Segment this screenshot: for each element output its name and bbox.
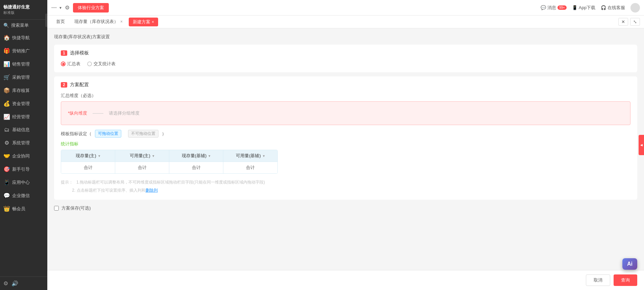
message-badge: 99+: [558, 5, 567, 10]
sidebar-item-purchase[interactable]: 🛒 采购管理: [0, 71, 47, 84]
col-current-main-header[interactable]: 现存量(主) ▾: [61, 150, 115, 162]
expand-btn[interactable]: ⤡: [630, 18, 640, 26]
sidebar-item-cooperation[interactable]: 🤝 企业协同: [0, 149, 47, 163]
query-button[interactable]: 查询: [614, 274, 637, 286]
content-area: 现存量(库存状况表)方案设置 1 选择模板 汇总表 交叉统计表 2: [47, 28, 644, 270]
sidebar-item-finance[interactable]: 💰 资金管理: [0, 97, 47, 110]
topbar-right: 💬 消息 99+ 📱 App下载 🎧 在线客服: [541, 3, 640, 13]
col-available-aux-header[interactable]: 可用量(基辅) ▾: [223, 150, 277, 162]
sidebar-item-operations[interactable]: 📈 经营管理: [0, 110, 47, 123]
close-tab-btn[interactable]: ✕: [618, 18, 628, 26]
right-edge-icon: ◀: [640, 143, 643, 147]
search-menu[interactable]: 🔍 搜索菜单: [0, 20, 47, 31]
topbar-settings-icon[interactable]: ⚙: [65, 4, 70, 11]
col-current-aux-header[interactable]: 现存量(基辅) ▾: [169, 150, 223, 162]
col-current-main-value: 合计: [61, 162, 115, 173]
col-available-main: 可用量(主) ▾: [115, 150, 169, 162]
radio-cross-circle: [87, 62, 92, 66]
sidebar-scrollbar[interactable]: [45, 14, 47, 27]
stats-table-header: 现存量(主) ▾ 可用量(主) ▾ 现存量(基辅) ▾: [61, 150, 277, 162]
online-service-item[interactable]: 🎧 在线客服: [601, 5, 625, 11]
app-download-label: App下载: [579, 5, 595, 11]
message-label: 消息: [547, 5, 556, 11]
sidebar: 畅捷通好生意 标准版 🔍 搜索菜单 🏠 快捷导航 🎁 营销推广 📊 销售管理 🛒…: [0, 0, 47, 290]
col-available-aux-body: 合计: [223, 162, 277, 173]
col-available-aux-value: 合计: [223, 162, 277, 173]
col-current-aux: 现存量(基辅) ▾: [169, 150, 223, 162]
dimension-label: 汇总维度（必选）: [61, 93, 630, 99]
radio-summary-circle: [61, 62, 66, 66]
tips-item2: 2. 点击标题栏下拉可设置排序、插入列和删除列: [61, 186, 630, 194]
tips-title: 提示： 1.拖动标题栏可以调整布局，不可跨维度或指标区域拖动栏目字段(只能在同一…: [61, 178, 630, 186]
topbar-dropdown[interactable]: ▾: [59, 5, 61, 10]
tab-home[interactable]: 首页: [51, 16, 70, 28]
sidebar-item-sales[interactable]: 📊 销售管理: [0, 57, 47, 71]
sidebar-item-label: 销售管理: [12, 61, 30, 67]
col-current-main-dropdown[interactable]: ▾: [98, 154, 100, 158]
radio-summary-label: 汇总表: [67, 61, 80, 67]
radio-cross-label: 交叉统计表: [94, 61, 116, 67]
section1-number: 1: [61, 50, 67, 56]
topbar-title: ━━: [51, 5, 57, 10]
no-drag-badge: 不可拖动位置: [128, 130, 158, 138]
ai-badge[interactable]: Ai: [622, 258, 637, 270]
sidebar-item-system[interactable]: ⚙ 系统管理: [0, 136, 47, 149]
right-edge-panel[interactable]: ◀: [639, 135, 644, 155]
col-available-main-header[interactable]: 可用量(主) ▾: [115, 150, 169, 162]
col-available-main-body: 合计: [115, 162, 169, 173]
col-current-main-label: 现存量(主): [76, 153, 96, 159]
search-icon: 🔍: [3, 23, 9, 28]
sidebar-item-wechat[interactable]: 💬 企业微信: [0, 189, 47, 202]
tips-section: 提示： 1.拖动标题栏可以调整布局，不可跨维度或指标区域拖动栏目字段(只能在同一…: [61, 178, 630, 194]
col-current-aux-body: 合计: [169, 162, 223, 173]
tab-bar: 首页 现存量（库存状况表） × 新建方案 × ✕ ⤡: [47, 16, 644, 28]
basic-info-icon: 🗂: [3, 127, 10, 133]
search-label: 搜索菜单: [11, 22, 29, 28]
radio-summary[interactable]: 汇总表: [61, 61, 80, 67]
tab-new-plan[interactable]: 新建方案 ×: [129, 18, 158, 26]
cancel-button[interactable]: 取消: [586, 274, 610, 286]
cooperation-icon: 🤝: [3, 153, 10, 159]
message-item[interactable]: 💬 消息 99+: [541, 5, 567, 11]
dimension-placeholder: 请选择分组维度: [109, 110, 140, 116]
inventory-icon: 📦: [3, 87, 10, 94]
app-download-item[interactable]: 📱 App下载: [572, 5, 595, 11]
col-current-aux-dropdown[interactable]: ▾: [208, 154, 210, 158]
sidebar-item-marketing[interactable]: 🎁 营销推广: [0, 44, 47, 57]
topbar-logo: ━━ ▾: [51, 5, 61, 10]
template-settings-close: ）: [162, 131, 166, 137]
sidebar-item-app-center[interactable]: 📱 应用中心: [0, 176, 47, 189]
tab-inventory-status[interactable]: 现存量（库存状况表） ×: [70, 16, 127, 28]
sidebar-item-label: 快捷导航: [12, 35, 30, 41]
stats-table-body: 合计 合计 合计 合计: [61, 162, 277, 173]
col-available-main-dropdown[interactable]: ▾: [152, 154, 154, 158]
sidebar-item-basic-info[interactable]: 🗂 基础信息: [0, 123, 47, 136]
volume-icon[interactable]: 🔊: [11, 280, 18, 287]
col-current-main: 现存量(主) ▾: [61, 150, 115, 162]
save-checkbox[interactable]: [54, 206, 59, 211]
dimension-box[interactable]: *纵向维度 —— 请选择分组维度: [61, 101, 630, 125]
user-avatar[interactable]: [630, 3, 640, 13]
section-plan-config: 2 方案配置 汇总维度（必选） *纵向维度 —— 请选择分组维度 模板指标设定（…: [54, 76, 637, 200]
sidebar-item-quick-nav[interactable]: 🏠 快捷导航: [0, 31, 47, 44]
system-icon: ⚙: [3, 140, 10, 146]
sidebar-item-label: 采购管理: [12, 74, 30, 80]
tab-new-close[interactable]: ×: [152, 20, 154, 24]
template-settings-label: 模板指标设定（: [61, 131, 92, 137]
radio-cross[interactable]: 交叉统计表: [87, 61, 116, 67]
sidebar-item-label: 经营管理: [12, 114, 30, 120]
section2-number: 2: [61, 82, 67, 88]
tab-inventory-close[interactable]: ×: [120, 19, 123, 24]
finance-icon: 💰: [3, 100, 10, 107]
message-icon: 💬: [541, 5, 546, 10]
sidebar-logo: 畅捷通好生意 标准版: [0, 0, 47, 20]
sidebar-item-label: 系统管理: [12, 140, 30, 146]
sidebar-item-inventory[interactable]: 📦 库存核算: [0, 84, 47, 97]
settings-footer-icon[interactable]: ⚙: [3, 280, 8, 287]
sidebar-item-newbie[interactable]: 🎯 新手引导: [0, 163, 47, 176]
drag-badge: 可拖动位置: [95, 130, 121, 138]
sidebar-item-member[interactable]: 👑 畅会员: [0, 202, 47, 215]
col-available-aux-dropdown[interactable]: ▾: [263, 154, 265, 158]
trial-button[interactable]: 体验行业方案: [73, 3, 109, 13]
template-radio-group: 汇总表 交叉统计表: [61, 61, 630, 67]
